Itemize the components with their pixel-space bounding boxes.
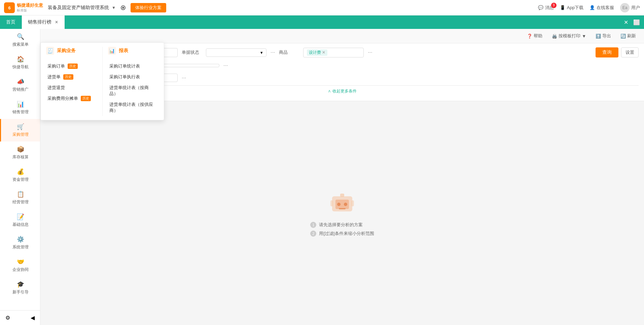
- query-actions: 查询 设置: [596, 47, 639, 57]
- settings-small-btn[interactable]: 设置: [621, 47, 639, 57]
- sidebar-footer: ⚙ ◀: [0, 310, 40, 325]
- menu-item-order-exec[interactable]: 采购订单执行表: [108, 72, 159, 82]
- menu-item-incoming-stats-goods[interactable]: 进货单统计表（按商品）: [108, 82, 159, 99]
- svg-point-4: [337, 203, 341, 206]
- menu-item-incoming-stats-supplier[interactable]: 进货单统计表（按供应商）: [108, 99, 159, 116]
- hint-num-1: 1: [310, 222, 316, 228]
- tab-sales-ranking[interactable]: 销售排行榜 ✕: [22, 15, 65, 29]
- report-section: 📊 报表 采购订单统计表 采购订单执行表 进货单统计表（按商品） 进货单统计表（…: [102, 47, 164, 116]
- user-btn[interactable]: Ea 用户: [620, 3, 640, 12]
- goods-input[interactable]: 设计费 ✕: [303, 48, 364, 57]
- collaboration-icon: 🤝: [17, 258, 24, 266]
- export-icon: ⬆️: [596, 34, 601, 39]
- tab-close-btn[interactable]: ✕: [55, 20, 58, 25]
- sidebar-item-collaboration[interactable]: 🤝 企业协同: [0, 254, 40, 277]
- empty-illustration: [325, 190, 359, 216]
- menu-item-expense[interactable]: 采购费用分摊单 历史: [46, 93, 97, 104]
- purchase-icon: 🛒: [17, 123, 24, 130]
- purchase-section: 🧾 采购业务 采购订单 历史 进货单 历史 进货退货 采购费用分摊单 历史: [41, 47, 102, 116]
- salesperson-input[interactable]: [159, 64, 219, 67]
- content-area: 🧾 采购业务 采购订单 历史 进货单 历史 进货退货 采购费用分摊单 历史: [40, 29, 644, 325]
- tab-close-all-btn[interactable]: ✕: [621, 17, 631, 27]
- print-dropdown-icon: ▼: [582, 34, 586, 39]
- help-btn[interactable]: ❓ 帮助: [524, 32, 545, 40]
- goods-label: 商品: [279, 49, 299, 55]
- purchase-section-title: 🧾 采购业务: [46, 47, 97, 57]
- print-icon: 🖨️: [552, 34, 557, 39]
- header-settings-btn[interactable]: [118, 3, 128, 12]
- sidebar-item-inventory[interactable]: 📦 库存核算: [0, 141, 40, 164]
- empty-hint-1: 1 请先选择要分析的方案: [310, 222, 374, 228]
- goods-tag: 设计费 ✕: [307, 49, 327, 56]
- chevron-down-icon: ▾: [260, 50, 263, 55]
- top-header: 6 畅捷通好生意 标准版 装备及固定资产辅助管理系统 ▼ 体验行业方案 💬 消息…: [0, 0, 644, 15]
- doc-status-dots[interactable]: ···: [271, 49, 275, 55]
- report-section-title: 📊 报表: [108, 47, 159, 57]
- menu-item-incoming[interactable]: 进货单 历史: [46, 72, 97, 82]
- refresh-icon: 🔄: [620, 34, 626, 39]
- system-dropdown-btn[interactable]: ▼: [112, 5, 116, 10]
- empty-state: 1 请先选择要分析的方案 2 用[过滤]条件来缩小分析范围: [40, 101, 644, 325]
- sidebar: 🔍 搜索菜单 🏠 快捷导航 📣 营销推广 📊 销售管理 🛒 采购管理 📦 库存核…: [0, 29, 40, 325]
- header-right: 💬 消息 9 📱 App下载 👤 在线客服 Ea 用户: [538, 3, 640, 12]
- collapse-icon: ∧: [328, 89, 331, 93]
- dropdown-menu: 🧾 采购业务 采购订单 历史 进货单 历史 进货退货 采购费用分摊单 历史: [40, 42, 164, 120]
- sidebar-item-marketing[interactable]: 📣 营销推广: [0, 74, 40, 96]
- sidebar-item-finance[interactable]: 💰 资金管理: [0, 164, 40, 187]
- header-middle: 装备及固定资产辅助管理系统 ▼ 体验行业方案: [48, 3, 166, 12]
- menu-item-return[interactable]: 进货退货: [46, 82, 97, 93]
- sidebar-item-sales[interactable]: 📊 销售管理: [0, 96, 40, 119]
- avatar: Ea: [620, 3, 630, 12]
- tab-home[interactable]: 首页: [0, 15, 22, 29]
- hint-num-2: 2: [310, 231, 316, 237]
- export-btn[interactable]: ⬆️ 导出: [593, 32, 614, 40]
- history-tag: 历史: [68, 64, 78, 69]
- home-icon: 🏠: [17, 55, 24, 63]
- logo-text: 畅捷通好生意 标准版: [17, 3, 43, 13]
- empty-text: 1 请先选择要分析的方案 2 用[过滤]条件来缩小分析范围: [310, 222, 374, 237]
- purchase-section-icon: 🧾: [46, 47, 54, 55]
- goods-tag-close[interactable]: ✕: [322, 50, 325, 55]
- search-icon: 🔍: [17, 33, 24, 40]
- menu-item-purchase-order[interactable]: 采购订单 历史: [46, 61, 97, 72]
- inventory-icon: 📦: [17, 146, 24, 153]
- help-icon: ❓: [527, 34, 532, 39]
- operations-icon: 📋: [17, 191, 24, 198]
- app-download-btn[interactable]: 📱 App下载: [560, 5, 583, 11]
- refresh-btn[interactable]: 🔄 刷新: [618, 32, 639, 40]
- svg-rect-7: [340, 194, 344, 197]
- sidebar-item-system[interactable]: ⚙️ 系统管理: [0, 232, 40, 254]
- menu-item-order-stats[interactable]: 采购订单统计表: [108, 61, 159, 72]
- doc-status-select[interactable]: ▾: [206, 48, 266, 57]
- goods-dots[interactable]: ···: [368, 49, 372, 55]
- tab-controls: ✕ ⬜: [618, 15, 644, 29]
- sidebar-collapse-btn[interactable]: ◀: [31, 315, 35, 321]
- sales-icon: 📊: [17, 100, 24, 108]
- sidebar-settings-btn[interactable]: ⚙: [5, 315, 10, 321]
- salesperson-dots[interactable]: ···: [223, 63, 228, 69]
- system-icon: ⚙️: [17, 236, 24, 243]
- sidebar-item-newbie[interactable]: 🎓 新手引导: [0, 277, 40, 299]
- svg-rect-8: [330, 200, 333, 206]
- sidebar-item-quicknav[interactable]: 🏠 快捷导航: [0, 51, 40, 74]
- customer-dots[interactable]: ···: [182, 75, 186, 81]
- query-btn[interactable]: 查询: [596, 47, 618, 57]
- svg-rect-9: [351, 200, 354, 206]
- logo-area: 6 畅捷通好生意 标准版: [4, 2, 44, 13]
- industry-btn[interactable]: 体验行业方案: [131, 3, 166, 12]
- sidebar-item-search[interactable]: 🔍 搜索菜单: [0, 29, 40, 51]
- svg-text:6: 6: [8, 5, 10, 10]
- online-service-btn[interactable]: 👤 在线客服: [589, 5, 614, 11]
- empty-hint-2: 2 用[过滤]条件来缩小分析范围: [310, 231, 374, 237]
- sidebar-item-purchase[interactable]: 🛒 采购管理: [0, 119, 40, 141]
- tab-maximize-btn[interactable]: ⬜: [632, 17, 641, 27]
- sidebar-item-basic-info[interactable]: 📝 基础信息: [0, 209, 40, 232]
- print-btn[interactable]: 🖨️ 按模板打印 ▼: [549, 32, 589, 40]
- logo-icon: 6: [4, 2, 15, 13]
- messages-btn[interactable]: 💬 消息 9: [538, 5, 554, 11]
- newbie-icon: 🎓: [17, 281, 24, 288]
- svg-rect-6: [339, 208, 346, 209]
- sidebar-item-operations[interactable]: 📋 经营管理: [0, 187, 40, 209]
- doc-status-label: 单据状态: [182, 49, 202, 55]
- history-tag-3: 历史: [81, 96, 91, 101]
